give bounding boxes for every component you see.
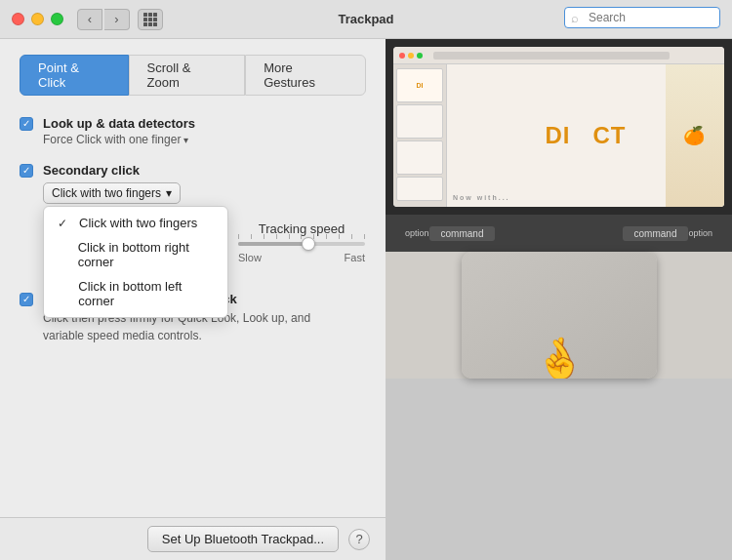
tab-more-gestures[interactable]: More Gestures (245, 55, 366, 96)
secondary-label: Secondary click (43, 162, 181, 180)
preview-menubar (393, 47, 724, 64)
maximize-button[interactable] (51, 13, 63, 25)
lookup-sublabel[interactable]: Force Click with one finger ▾ (43, 133, 195, 146)
dropdown-selected-label: Click with two fingers (52, 186, 161, 200)
preview-max-dot (417, 53, 423, 59)
preview-window: DI 🍊 DI CT (393, 47, 724, 207)
preview-toolbar (433, 52, 670, 60)
lookup-checkbox[interactable] (20, 117, 33, 131)
secondary-click-setting: Secondary click Click with two fingers ▾… (20, 162, 366, 204)
forward-button[interactable]: › (104, 9, 130, 30)
search-input[interactable] (564, 7, 720, 28)
preview-trackpad-area: 🤞 (386, 252, 732, 379)
tracking-max-label: Fast (345, 252, 365, 263)
preview-thumb-3 (396, 140, 443, 175)
checkmark-icon: ✓ (58, 217, 71, 230)
nav-buttons: ‹ › (77, 9, 130, 30)
force-checkbox[interactable] (20, 293, 33, 306)
option-right-key: option (688, 228, 712, 238)
preview-area: DI 🍊 DI CT (386, 39, 732, 517)
dropdown-item-two-fingers[interactable]: ✓ Click with two fingers (44, 211, 227, 235)
trackpad-device: 🤞 (462, 252, 657, 379)
preview-thumb-4 (396, 177, 443, 201)
command-right-key: command (623, 226, 689, 241)
tracking-slider-labels: Slow Fast (238, 252, 365, 263)
option-left-key: option (405, 228, 429, 238)
traffic-lights (12, 13, 63, 25)
window-title: Trackpad (338, 12, 393, 26)
tab-point-click[interactable]: Point & Click (20, 55, 129, 96)
tab-scroll-zoom[interactable]: Scroll & Zoom (129, 55, 246, 96)
dropdown-chevron-icon: ▾ (166, 186, 172, 200)
right-panel: DI 🍊 DI CT (386, 39, 732, 560)
preview-thumb-1: DI (396, 68, 443, 102)
preview-caption: Now with... (453, 194, 510, 201)
lookup-label: Look up & data detectors (43, 115, 195, 133)
search-box[interactable]: ⌕ (564, 7, 720, 28)
grid-button[interactable] (138, 9, 163, 30)
preview-image-area: 🍊 (666, 64, 724, 207)
preview-content: DI 🍊 DI CT (393, 64, 724, 207)
preview-window-area: DI 🍊 DI CT (386, 39, 732, 215)
tracking-slider-fill (238, 242, 308, 246)
secondary-dropdown-container: Click with two fingers ▾ ✓ Click with tw… (43, 180, 181, 204)
tracking-slider-group: Tracking speed (238, 221, 365, 263)
fingers-hint: 🤞 (530, 334, 588, 379)
preview-title-area: DI CT (546, 122, 627, 149)
preview-main-text: DI CT (546, 122, 627, 149)
setup-bluetooth-button[interactable]: Set Up Bluetooth Trackpad... (147, 526, 339, 552)
secondary-dropdown-menu: ✓ Click with two fingers Click in bottom… (43, 206, 228, 318)
secondary-checkbox-wrap (20, 164, 33, 178)
content-area: Point & Click Scroll & Zoom More Gesture… (0, 39, 732, 560)
force-checkbox-wrap (20, 293, 33, 306)
lookup-setting: Look up & data detectors Force Click wit… (20, 115, 366, 146)
titlebar: ‹ › Trackpad ⌕ (0, 0, 732, 39)
preview-main-content: 🍊 DI CT Now with... (447, 64, 724, 207)
back-button[interactable]: ‹ (77, 9, 102, 30)
dropdown-item-bottom-left[interactable]: Click in bottom left corner (44, 274, 227, 313)
dropdown-item-bottom-right[interactable]: Click in bottom right corner (44, 235, 227, 274)
help-button[interactable]: ? (348, 529, 370, 550)
secondary-checkbox[interactable] (20, 164, 33, 178)
keyboard-row: option command command option (386, 215, 732, 252)
dropdown-item-label: Click in bottom left corner (78, 279, 214, 308)
secondary-text: Secondary click Click with two fingers ▾… (43, 162, 181, 204)
command-left-key: command (429, 226, 496, 241)
preview-min-dot (408, 53, 414, 59)
tracking-slider-track-wrap (238, 242, 365, 246)
lookup-checkbox-wrap (20, 117, 33, 131)
lookup-text: Look up & data detectors Force Click wit… (43, 115, 195, 146)
bottom-bar: Set Up Bluetooth Trackpad... ? (0, 517, 386, 560)
close-button[interactable] (12, 13, 24, 25)
dropdown-item-label: Click in bottom right corner (78, 240, 214, 269)
preview-close-dot (399, 53, 405, 59)
preview-sidebar: DI (393, 64, 447, 207)
lookup-arrow-icon: ▾ (183, 135, 188, 145)
tab-bar: Point & Click Scroll & Zoom More Gesture… (20, 55, 366, 96)
secondary-dropdown-button[interactable]: Click with two fingers ▾ (43, 182, 181, 204)
tracking-min-label: Slow (238, 252, 262, 263)
left-panel: Point & Click Scroll & Zoom More Gesture… (0, 39, 386, 560)
preview-thumb-2 (396, 104, 443, 139)
grid-icon (143, 13, 157, 26)
tracking-slider-thumb[interactable] (302, 237, 315, 251)
minimize-button[interactable] (31, 13, 44, 25)
dropdown-item-label: Click with two fingers (79, 216, 197, 230)
search-icon: ⌕ (571, 11, 579, 25)
